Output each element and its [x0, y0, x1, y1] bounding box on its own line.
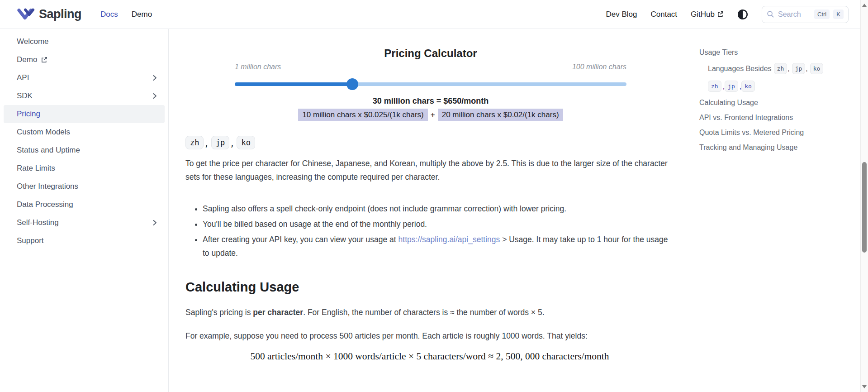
sidebar-item-self-hosting[interactable]: Self-Hosting — [4, 214, 165, 232]
badge-separator: , — [230, 139, 234, 148]
sidebar-item-api[interactable]: API — [4, 69, 165, 87]
external-link-icon — [41, 57, 47, 63]
toc-badge-zh: zh — [774, 63, 787, 74]
search-input[interactable] — [778, 10, 811, 19]
sidebar-item-label: Self-Hosting — [17, 218, 147, 227]
nav-dev-blog[interactable]: Dev Blog — [606, 10, 637, 19]
toc-zh-jp-ko[interactable]: zh, jp, ko — [708, 81, 860, 92]
paragraph-text: . For English, the number of characters … — [303, 308, 544, 317]
sidebar-item-sdk[interactable]: SDK — [4, 87, 165, 105]
sidebar-item-label: Data Processing — [17, 200, 158, 209]
table-of-contents: Usage Tiers Languages Besides zh, jp, ko… — [699, 48, 860, 158]
slider-track[interactable] — [235, 82, 626, 86]
usage-formula: 500 articles/month × 1000 words/article … — [185, 351, 674, 362]
chevron-right-icon — [151, 74, 158, 81]
toc-api-vs-frontend[interactable]: API vs. Frontend Integrations — [699, 113, 860, 122]
toc-label: Calculating Usage — [699, 98, 758, 107]
scrollbar-thumb[interactable] — [862, 162, 867, 253]
usage-slider[interactable] — [235, 78, 626, 90]
kbd-k: K — [833, 10, 844, 19]
sapling-logo-icon — [17, 7, 35, 22]
brand-name: Sapling — [39, 7, 81, 21]
sidebar-item-status-and-uptime[interactable]: Status and Uptime — [4, 141, 165, 159]
sidebar-item-label: Status and Uptime — [17, 146, 158, 155]
toc-languages-besides[interactable]: Languages Besides zh, jp, ko — [708, 63, 860, 74]
toc-usage-tiers[interactable]: Usage Tiers — [699, 48, 860, 57]
sidebar-item-label: Support — [17, 236, 158, 245]
calculator-title: Pricing Calculator — [235, 47, 626, 60]
sidebar-item-label: Welcome — [17, 37, 158, 46]
nav-docs[interactable]: Docs — [100, 10, 118, 19]
primary-nav: Docs Demo — [100, 10, 152, 19]
sidebar-item-label: Pricing — [17, 110, 158, 119]
list-item: You'll be billed based on usage at the e… — [203, 217, 674, 231]
toc-badge-ko: ko — [810, 63, 824, 74]
sidebar-item-label: SDK — [17, 91, 147, 100]
sidebar-item-data-processing[interactable]: Data Processing — [4, 196, 165, 214]
language-badge-ko: ko — [237, 136, 255, 149]
slider-fill — [235, 82, 352, 86]
toc-badge-jp: jp — [792, 63, 806, 74]
cjk-pricing-paragraph: To get the price per character for Chine… — [185, 157, 674, 184]
sidebar-nav: Welcome Demo API SDK Pricing Custom Mode… — [0, 29, 169, 392]
toc-badge-zh: zh — [708, 81, 721, 92]
scrollbar-down-arrow-icon[interactable] — [862, 385, 867, 388]
sidebar-item-label: Demo — [17, 55, 37, 64]
page-scrollbar[interactable] — [860, 0, 868, 392]
external-link-icon — [717, 11, 724, 18]
pricing-notes-list: Sapling also offers a spell check-only e… — [185, 202, 674, 260]
slider-range-labels: 1 million chars 100 million chars — [235, 63, 626, 71]
language-badge-jp: jp — [211, 136, 229, 149]
api-settings-link[interactable]: https://sapling.ai/api_settings — [398, 235, 500, 244]
list-item: After creating your API key, you can vie… — [203, 233, 674, 260]
calculating-usage-heading: Calculating Usage — [185, 280, 674, 295]
slider-max-label: 100 million chars — [572, 63, 626, 71]
toc-badge-jp: jp — [725, 81, 738, 92]
breakdown-tier-1: 10 million chars x $0.025/(1k chars) — [298, 109, 427, 121]
calculator-result: 30 million chars = $650/month — [235, 96, 626, 106]
breakdown-plus: + — [431, 110, 435, 119]
sidebar-item-other-integrations[interactable]: Other Integrations — [4, 177, 165, 196]
nav-github-label: GitHub — [691, 10, 715, 19]
chevron-right-icon — [151, 219, 158, 226]
badge-separator: , — [787, 64, 789, 73]
toc-tracking-managing[interactable]: Tracking and Managing Usage — [699, 143, 860, 152]
kbd-ctrl: Ctrl — [814, 10, 830, 19]
nav-contact[interactable]: Contact — [650, 10, 677, 19]
sidebar-item-label: Custom Models — [17, 128, 158, 137]
sidebar-item-welcome[interactable]: Welcome — [4, 33, 165, 51]
toc-calculating-usage[interactable]: Calculating Usage — [699, 98, 860, 107]
top-navbar: Sapling Docs Demo Dev Blog Contact GitHu… — [0, 0, 860, 29]
breakdown-tier-2: 20 million chars x $0.02/(1k chars) — [438, 109, 563, 121]
sidebar-item-pricing[interactable]: Pricing — [4, 105, 165, 123]
nav-github[interactable]: GitHub — [691, 10, 724, 19]
toc-label: Languages Besides — [708, 64, 772, 73]
badge-separator: , — [806, 64, 807, 73]
per-character-paragraph: Sapling's pricing is per character. For … — [185, 306, 674, 319]
example-paragraph: For example, suppose you need to process… — [185, 329, 674, 343]
nav-demo[interactable]: Demo — [132, 10, 152, 19]
article-body: zh, jp, ko To get the price per characte… — [185, 136, 674, 362]
search-box[interactable]: Ctrl K — [762, 6, 849, 23]
sapling-logo[interactable]: Sapling — [17, 7, 81, 22]
scrollbar-up-arrow-icon[interactable] — [862, 4, 867, 7]
badge-separator: , — [204, 139, 209, 148]
slider-min-label: 1 million chars — [235, 63, 281, 71]
toc-label: Tracking and Managing Usage — [699, 143, 797, 152]
sidebar-item-custom-models[interactable]: Custom Models — [4, 123, 165, 141]
language-badges: zh, jp, ko — [185, 136, 674, 149]
sidebar-item-support[interactable]: Support — [4, 232, 165, 250]
theme-toggle-icon[interactable] — [737, 9, 748, 20]
per-character-bold: per character — [253, 308, 303, 317]
toc-label: Quota Limits vs. Metered Pricing — [699, 128, 804, 137]
list-item: Sapling also offers a spell check-only e… — [203, 202, 674, 215]
sidebar-item-rate-limits[interactable]: Rate Limits — [4, 159, 165, 177]
toc-label: API vs. Frontend Integrations — [699, 113, 793, 122]
language-badge-zh: zh — [185, 136, 204, 149]
slider-thumb[interactable] — [346, 78, 358, 90]
header-right: Dev Blog Contact GitHub — [606, 6, 849, 23]
chevron-right-icon — [151, 92, 158, 100]
sidebar-item-demo[interactable]: Demo — [4, 51, 165, 69]
toc-quota-limits[interactable]: Quota Limits vs. Metered Pricing — [699, 128, 860, 137]
main-content: Pricing Calculator 1 million chars 100 m… — [169, 29, 692, 392]
